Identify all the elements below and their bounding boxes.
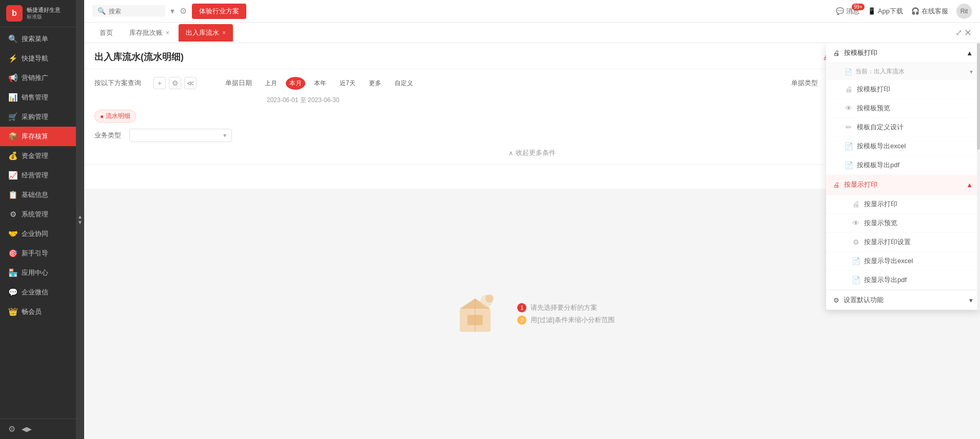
tab-stock-flow-close[interactable]: × <box>222 29 226 36</box>
sidebar-scroll[interactable]: ▲▼ <box>76 0 84 439</box>
step-1: 1 请先选择要分析的方案 <box>517 303 614 312</box>
sidebar-label-member: 畅会员 <box>22 307 42 316</box>
sidebar-item-search[interactable]: 🔍搜索菜单 <box>0 29 76 49</box>
display-pdf-item[interactable]: 📄 按显示导出pdf <box>826 271 980 290</box>
tab-home[interactable]: 首页 <box>92 24 120 42</box>
expand-icon[interactable]: ⤢ <box>955 28 962 37</box>
sidebar-item-guide[interactable]: 🎯新手引导 <box>0 244 76 263</box>
guide-icon: 🎯 <box>8 249 17 258</box>
tp-print-label: 按模板打印 <box>857 85 890 94</box>
sidebar-label-guide: 新手引导 <box>22 249 48 258</box>
sidebar-label-wechat: 企业微信 <box>22 288 48 297</box>
tp-pdf-icon: 📄 <box>845 161 853 169</box>
user-menu[interactable]: Rit <box>956 4 972 19</box>
sidebar-label-purchase: 采购管理 <box>22 112 48 122</box>
search-icon: 🔍 <box>97 7 106 15</box>
display-print-label: 按显示打印 <box>844 180 877 189</box>
display-settings-item[interactable]: ⚙ 按显示打印设置 <box>826 233 980 252</box>
collapse-text: 收起更多条件 <box>516 148 556 157</box>
date-7days[interactable]: 近7天 <box>335 77 360 90</box>
date-custom[interactable]: 自定义 <box>390 77 418 90</box>
search-icon: 🔍 <box>8 34 17 44</box>
display-excel-item[interactable]: 📄 按显示导出excel <box>826 252 980 271</box>
sidebar-item-system[interactable]: ⚙系统管理 <box>0 205 76 224</box>
sidebar-item-marketing[interactable]: 📢营销推广 <box>0 68 76 88</box>
tab-stock-batch-label: 库存批次账 <box>129 28 163 37</box>
sidebar-item-stock[interactable]: 📦库存核算 <box>0 127 76 146</box>
tab-home-label: 首页 <box>100 28 113 37</box>
tab-stock-batch[interactable]: 库存批次账 × <box>122 24 177 42</box>
member-icon: 👑 <box>8 307 17 316</box>
purchase-icon: 🛒 <box>8 112 17 122</box>
topbar-settings-icon[interactable]: ⚙ <box>180 6 187 16</box>
filter-settings-btn[interactable]: ⚙ <box>169 77 181 89</box>
sidebar: b 畅捷通好生意 标准版 🔍搜索菜单⚡快捷导航📢营销推广📊销售管理🛒采购管理📦库… <box>0 0 76 439</box>
template-preview-item[interactable]: 👁 按模板预览 <box>826 99 980 118</box>
message-icon: 💬 <box>836 7 844 15</box>
biz-type-select[interactable]: ▾ <box>129 129 232 142</box>
footer-label: 设置默认功能 <box>844 295 884 305</box>
collapse-icon[interactable]: ◀▶ <box>22 425 32 433</box>
date-current-month[interactable]: 本月 <box>286 77 305 90</box>
step-2: 2 用[过滤]条件来缩小分析范围 <box>517 315 614 325</box>
display-preview-item[interactable]: 👁 按显示预览 <box>826 214 980 233</box>
template-print-item[interactable]: 🖨 按模板打印 <box>826 80 980 99</box>
dropdown-scrollbar[interactable] <box>977 43 980 310</box>
search-input[interactable] <box>109 8 160 15</box>
search-box[interactable]: 🔍 <box>92 5 165 17</box>
message-action[interactable]: 💬 消息 99+ <box>836 7 859 16</box>
tab-stock-batch-close[interactable]: × <box>166 29 169 36</box>
tab-stock-flow[interactable]: 出入库流水 × <box>179 24 233 42</box>
date-label: 单据日期 <box>225 78 252 88</box>
app-download-label: App下载 <box>878 7 903 16</box>
content-area: 出入库流水(流水明细) 🖨 按模板打印 ▲ | 📤 导出 | 🔄 刷新 <box>84 43 980 439</box>
flow-detail-tag[interactable]: ● 流水明细 <box>94 110 136 123</box>
template-print-label: 按模板打印 <box>844 48 877 57</box>
tp-excel-icon: 📄 <box>845 142 853 150</box>
sidebar-item-operations[interactable]: 📈经营管理 <box>0 166 76 185</box>
sidebar-item-basic[interactable]: 📋基础信息 <box>0 185 76 205</box>
template-design-item[interactable]: ✏ 模板自定义设计 <box>826 118 980 137</box>
online-service-action[interactable]: 🎧 在线客服 <box>911 7 948 16</box>
display-print-item[interactable]: 🖨 按显示打印 <box>826 195 980 214</box>
sidebar-label-search: 搜索菜单 <box>22 34 48 44</box>
print-template-icon: 🖨 <box>833 49 840 57</box>
template-excel-item[interactable]: 📄 按模板导出excel <box>826 137 980 156</box>
sidebar-item-finance[interactable]: 💰资金管理 <box>0 146 76 166</box>
sidebar-item-quick-nav[interactable]: ⚡快捷导航 <box>0 49 76 68</box>
sidebar-nav: 🔍搜索菜单⚡快捷导航📢营销推广📊销售管理🛒采购管理📦库存核算💰资金管理📈经营管理… <box>0 27 76 418</box>
sidebar-item-apps[interactable]: 🏪应用中心 <box>0 263 76 283</box>
sidebar-item-purchase[interactable]: 🛒采购管理 <box>0 107 76 127</box>
sales-icon: 📊 <box>8 93 17 102</box>
sidebar-label-operations: 经营管理 <box>22 171 48 180</box>
tp-pdf-label: 按模板导出pdf <box>857 161 899 170</box>
app-download-action[interactable]: 📱 App下载 <box>868 7 903 16</box>
headset-icon: 🎧 <box>911 7 919 15</box>
display-print-section[interactable]: 🖨 按显示打印 ▲ <box>826 175 980 195</box>
template-print-section[interactable]: 🖨 按模板打印 ▲ <box>826 43 980 63</box>
sidebar-item-cooperation[interactable]: 🤝企业协同 <box>0 224 76 244</box>
avatar: Rit <box>956 4 972 19</box>
filter-collapse-btn[interactable]: ≪ <box>184 77 197 89</box>
industry-btn[interactable]: 体验行业方案 <box>192 4 246 19</box>
sidebar-logo: b 畅捷通好生意 标准版 <box>0 0 76 27</box>
dp-preview-label: 按显示预览 <box>864 218 897 228</box>
sidebar-item-member[interactable]: 👑畅会员 <box>0 302 76 322</box>
sidebar-item-wechat[interactable]: 💬企业微信 <box>0 283 76 302</box>
dropdown-footer[interactable]: ⚙ 设置默认功能 ▾ <box>826 290 980 310</box>
voucher-type-label: 单据类型 <box>791 78 818 88</box>
date-this-year[interactable]: 本年 <box>309 77 331 90</box>
date-more[interactable]: 更多 <box>364 77 386 90</box>
topbar-gear-icon[interactable]: ▾ <box>170 6 174 16</box>
template-print-title: 🖨 按模板打印 <box>833 48 877 57</box>
template-pdf-item[interactable]: 📄 按模板导出pdf <box>826 156 980 175</box>
tag-icon: ● <box>100 113 104 120</box>
settings-icon[interactable]: ⚙ <box>8 424 15 434</box>
step-2-text: 用[过滤]条件来缩小分析范围 <box>531 315 614 325</box>
date-prev-month[interactable]: 上月 <box>260 77 282 90</box>
filter-add-btn[interactable]: + <box>153 77 166 89</box>
tag-label: 流水明细 <box>106 112 130 121</box>
operations-icon: 📈 <box>8 171 17 180</box>
close-all-icon[interactable]: ✕ <box>964 27 972 38</box>
sidebar-item-sales[interactable]: 📊销售管理 <box>0 88 76 107</box>
